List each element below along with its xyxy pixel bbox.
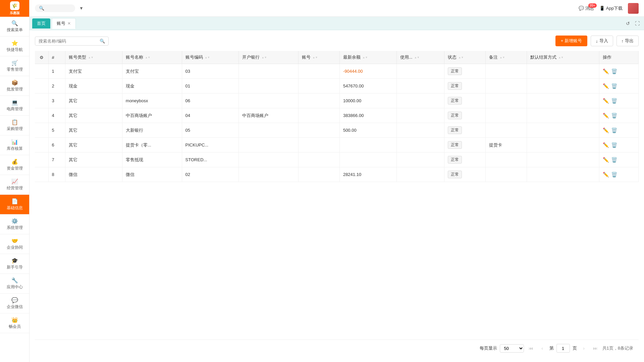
topbar-app-download[interactable]: 📱 App下载	[599, 5, 623, 11]
cell-status-2: 正常	[444, 94, 485, 108]
cell-settings-0	[35, 64, 48, 79]
cell-bank-0	[239, 64, 299, 79]
col-code[interactable]: 账号编码 ▲▼	[182, 51, 239, 64]
sidebar-item-app-center[interactable]: 🔧 应用中心	[0, 274, 29, 294]
search-input[interactable]	[39, 39, 100, 44]
cell-usage-5	[396, 138, 444, 153]
col-type[interactable]: 账号类型 ▲▼	[65, 51, 122, 64]
delete-button-6[interactable]: 🗑️	[611, 157, 618, 163]
tab-expand-button[interactable]: ⛶	[633, 19, 641, 27]
cell-usage-2	[396, 94, 444, 108]
delete-button-7[interactable]: 🗑️	[611, 172, 618, 178]
delete-button-0[interactable]: 🗑️	[611, 68, 618, 74]
cell-account-5	[298, 138, 339, 153]
edit-button-2[interactable]: ✏️	[603, 98, 609, 104]
table-body: 1 支付宝 支付宝 03 -90444.00 正常 ✏️ 🗑️ 2 现金 现金 …	[35, 64, 639, 182]
cell-notes-0	[485, 64, 527, 79]
cell-bank-3: 中百商场账户	[239, 108, 299, 123]
sidebar-item-ecommerce-mgmt[interactable]: 💻 电商管理	[0, 96, 29, 116]
table-row: 2 现金 现金 01 547670.00 正常 ✏️ 🗑️	[35, 79, 639, 94]
edit-button-6[interactable]: ✏️	[603, 157, 609, 163]
search-icon[interactable]: 🔍	[100, 39, 105, 44]
cell-num-5: 6	[48, 138, 65, 153]
sidebar-item-vip-member[interactable]: 👑 畅会员	[0, 313, 29, 333]
prev-page-button[interactable]: ‹	[538, 344, 547, 353]
enterprise-wechat-icon: 💬	[11, 297, 18, 303]
topbar-dropdown-icon[interactable]: ▼	[79, 6, 84, 11]
sidebar-item-retail-mgmt[interactable]: 🛒 零售管理	[0, 56, 29, 76]
cell-settings-2	[35, 94, 48, 108]
cell-actions-5: ✏️ 🗑️	[599, 138, 639, 153]
cell-name-6: 零售抵现	[122, 153, 182, 167]
edit-button-0[interactable]: ✏️	[603, 68, 609, 74]
page-size-select[interactable]: 50 20 100	[500, 344, 524, 353]
cell-notes-3	[485, 108, 527, 123]
tab-refresh-button[interactable]: ↺	[624, 19, 632, 27]
sort-account-icon: ▲▼	[313, 56, 318, 59]
topbar-search-input[interactable]	[46, 6, 72, 11]
sidebar-item-search-menu[interactable]: 🔍 搜索菜单	[0, 17, 29, 37]
cell-notes-1	[485, 79, 527, 94]
col-bank[interactable]: 开户银行 ▲▼	[239, 51, 299, 64]
delete-button-4[interactable]: 🗑️	[611, 127, 618, 133]
page-number-input[interactable]	[556, 344, 570, 353]
sidebar-item-purchase-mgmt[interactable]: 📋 采购管理	[0, 116, 29, 135]
edit-button-7[interactable]: ✏️	[603, 172, 609, 178]
cell-settings-3	[35, 108, 48, 123]
tab-close-icon[interactable]: ✕	[67, 21, 71, 26]
sidebar-item-enterprise-wechat[interactable]: 💬 企业微信	[0, 294, 29, 313]
sidebar-item-capital-mgmt[interactable]: 💰 资金管理	[0, 155, 29, 175]
sidebar-item-system-mgmt[interactable]: ⚙️ 系统管理	[0, 215, 29, 234]
sidebar-item-wholesale-mgmt[interactable]: 📦 批发管理	[0, 76, 29, 96]
first-page-button[interactable]: ⏮	[527, 344, 535, 353]
sort-code-icon: ▲▼	[205, 56, 210, 59]
cell-code-6: STORED...	[182, 153, 239, 167]
sidebar-item-inventory-check[interactable]: 📊 库存核算	[0, 135, 29, 155]
edit-button-4[interactable]: ✏️	[603, 127, 609, 133]
col-status[interactable]: 状态 ▲▼	[444, 51, 485, 64]
user-avatar[interactable]	[628, 3, 639, 14]
delete-button-3[interactable]: 🗑️	[611, 113, 618, 119]
sidebar-item-new-guide[interactable]: 🎓 新手引导	[0, 254, 29, 274]
col-balance[interactable]: 最新余额 ▲▼	[339, 51, 396, 64]
col-account[interactable]: 账号 ▲▼	[298, 51, 339, 64]
next-page-button[interactable]: ›	[580, 344, 588, 353]
col-usage[interactable]: 使用... ▲▼	[396, 51, 444, 64]
cell-name-2: moneybosx	[122, 94, 182, 108]
col-notes[interactable]: 备注 ▲▼	[485, 51, 527, 64]
delete-button-2[interactable]: 🗑️	[611, 98, 618, 104]
cell-bank-2	[239, 94, 299, 108]
delete-button-1[interactable]: 🗑️	[611, 83, 618, 89]
cell-status-3: 正常	[444, 108, 485, 123]
delete-button-5[interactable]: 🗑️	[611, 142, 618, 148]
cell-name-7: 微信	[122, 167, 182, 182]
last-page-button[interactable]: ⏭	[591, 344, 600, 353]
col-num: #	[48, 51, 65, 64]
topbar-message[interactable]: 💬 消息 99+	[579, 5, 594, 11]
sidebar-item-quick-nav[interactable]: ⭐ 快捷导航	[0, 37, 29, 56]
add-account-button[interactable]: + 新增账号	[555, 36, 587, 46]
cell-num-2: 3	[48, 94, 65, 108]
edit-button-3[interactable]: ✏️	[603, 113, 609, 119]
col-name[interactable]: 账号名称 ▲▼	[122, 51, 182, 64]
sidebar-item-operation-mgmt[interactable]: 📈 经营管理	[0, 175, 29, 195]
inventory-icon: 📊	[11, 139, 18, 145]
col-default-payment[interactable]: 默认结算方式 ▲▼	[527, 51, 599, 64]
col-settings[interactable]: ⚙	[35, 51, 48, 64]
export-button[interactable]: ↑ 导出	[616, 36, 639, 46]
sidebar-item-basic-info[interactable]: 📄 基础信息	[0, 195, 29, 215]
tab-home[interactable]: 首页	[32, 18, 50, 28]
sidebar-item-enterprise-agree[interactable]: 🤝 企业协同	[0, 234, 29, 254]
ecommerce-icon: 💻	[11, 99, 18, 106]
message-badge: 99+	[588, 3, 597, 8]
edit-button-1[interactable]: ✏️	[603, 83, 609, 89]
edit-button-5[interactable]: ✏️	[603, 142, 609, 148]
import-button[interactable]: ↓ 导入	[591, 36, 613, 46]
vip-icon: 👑	[11, 317, 18, 323]
cell-default-payment-1	[527, 79, 599, 94]
tab-account[interactable]: 账号 ✕	[52, 18, 76, 29]
cell-balance-3: 383866.00	[339, 108, 396, 123]
cell-settings-7	[35, 167, 48, 182]
sort-status-icon: ▲▼	[459, 56, 464, 59]
cell-default-payment-2	[527, 94, 599, 108]
